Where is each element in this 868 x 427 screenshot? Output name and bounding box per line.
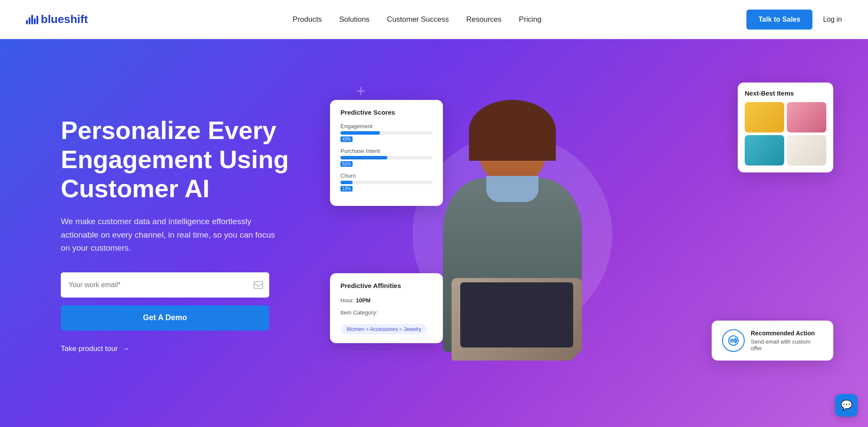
nav-resources[interactable]: Resources bbox=[466, 15, 502, 24]
next-best-items-card: Next-Best Items bbox=[738, 83, 833, 172]
score-engagement-bar-bg bbox=[340, 131, 432, 135]
nav-customer-success[interactable]: Customer Success bbox=[387, 15, 449, 24]
nav-links: Products Solutions Customer Success Reso… bbox=[293, 15, 541, 24]
logo-icon bbox=[26, 15, 38, 24]
login-link[interactable]: Log in bbox=[823, 16, 842, 23]
hero-title: Personalize Every Engagement Using Custo… bbox=[61, 116, 339, 203]
nav-products[interactable]: Products bbox=[293, 15, 322, 24]
scores-card-title: Predictive Scores bbox=[340, 109, 432, 116]
action-description: Send email with custom offer bbox=[751, 338, 823, 351]
score-engagement: Engagement 43% bbox=[340, 123, 432, 142]
logo-text: blueshift bbox=[41, 13, 88, 26]
hero-section: + + Personalize Every Engagement Using C… bbox=[0, 39, 868, 427]
nav-cta: Talk to Sales Log in bbox=[746, 10, 842, 30]
get-demo-button[interactable]: Get A Demo bbox=[61, 305, 269, 331]
score-engagement-bar-fill bbox=[340, 131, 380, 135]
person-image bbox=[408, 91, 617, 387]
action-icon-wrapper bbox=[722, 329, 745, 352]
score-purchase-bar-bg bbox=[340, 156, 432, 159]
recommended-action-card: Recommended Action Send email with custo… bbox=[712, 321, 833, 361]
next-item-4 bbox=[787, 135, 826, 166]
score-purchase-intent: Purchase Intent 51% bbox=[340, 148, 432, 167]
action-icon bbox=[727, 335, 739, 346]
score-churn-bar-fill bbox=[340, 181, 353, 184]
affinity-hour-label: Hour: 10PM bbox=[340, 297, 370, 304]
next-item-1 bbox=[745, 102, 784, 132]
email-icon bbox=[248, 281, 269, 289]
hero-left: Personalize Every Engagement Using Custo… bbox=[61, 116, 339, 353]
score-engagement-value: 43% bbox=[340, 136, 353, 142]
score-engagement-label: Engagement bbox=[340, 123, 432, 129]
affinity-category: Item Category: bbox=[340, 308, 432, 316]
action-title: Recommended Action bbox=[751, 330, 823, 337]
score-churn-value: 13% bbox=[340, 186, 353, 192]
next-best-title: Next-Best Items bbox=[745, 89, 826, 97]
affinity-tag: Women ≈ Accessories ≈ Jewelry bbox=[340, 324, 427, 334]
email-form bbox=[61, 272, 269, 298]
chat-button[interactable]: 💬 bbox=[835, 394, 858, 417]
talk-to-sales-button[interactable]: Talk to Sales bbox=[746, 10, 813, 30]
nav-solutions[interactable]: Solutions bbox=[339, 15, 370, 24]
action-text: Recommended Action Send email with custo… bbox=[751, 330, 823, 351]
nav-pricing[interactable]: Pricing bbox=[519, 15, 541, 24]
next-item-2 bbox=[787, 102, 826, 132]
svg-rect-0 bbox=[254, 281, 263, 288]
hero-right: Predictive Scores Engagement 43% Purchas… bbox=[321, 65, 842, 404]
next-best-grid bbox=[745, 102, 826, 166]
affinity-category-label: Item Category: bbox=[340, 309, 377, 316]
email-input[interactable] bbox=[61, 281, 248, 289]
next-item-3 bbox=[745, 135, 784, 166]
score-purchase-value: 51% bbox=[340, 161, 353, 167]
score-purchase-bar-fill bbox=[340, 156, 387, 159]
product-tour-link[interactable]: Take product tour → bbox=[61, 344, 339, 353]
logo[interactable]: blueshift bbox=[26, 13, 88, 26]
navbar: blueshift Products Solutions Customer Su… bbox=[0, 0, 868, 39]
score-purchase-label: Purchase Intent bbox=[340, 148, 432, 154]
hero-subtitle: We make customer data and intelligence e… bbox=[61, 215, 278, 255]
chat-icon: 💬 bbox=[841, 400, 852, 411]
